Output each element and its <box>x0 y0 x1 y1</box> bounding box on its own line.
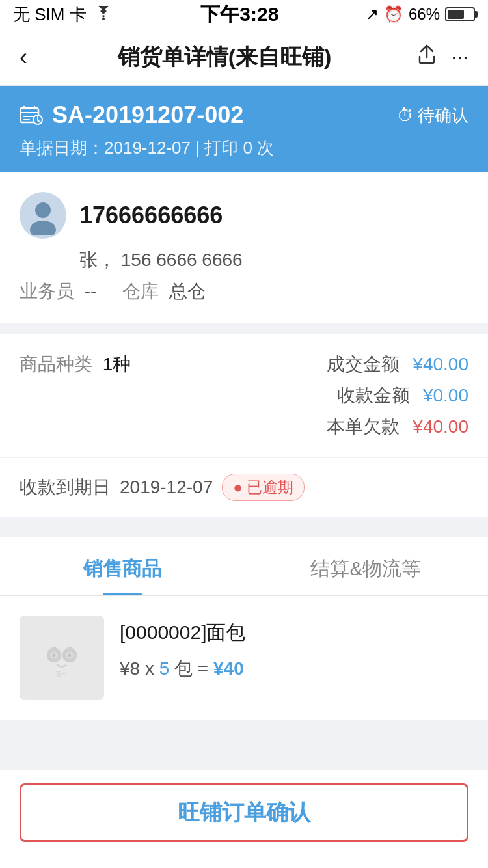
svg-point-10 <box>68 654 72 657</box>
status-right: ↗ ⏰ 66% <box>366 5 475 23</box>
more-icon[interactable]: ··· <box>451 45 468 69</box>
location-icon: ↗ <box>366 5 379 23</box>
amount-deal: 成交金额 ¥40.00 <box>327 352 468 377</box>
navbar-actions: ··· <box>390 44 468 71</box>
alarm-icon: ⏰ <box>384 5 403 23</box>
customer-avatar <box>20 192 66 239</box>
status-text: 待确认 <box>418 104 468 127</box>
customer-meta: 业务员 -- 仓库 总仓 <box>20 279 468 304</box>
confirm-button-wrap: 旺铺订单确认 <box>0 770 488 868</box>
sales-item: 业务员 -- <box>20 279 96 304</box>
wifi-icon <box>93 5 114 25</box>
svg-point-0 <box>102 18 105 20</box>
product-thumbnail: 管+ <box>20 616 104 700</box>
order-header: SA-20191207-002 ⏱ 待确认 单据日期：2019-12-07 | … <box>0 86 488 172</box>
order-id-text: SA-20191207-002 <box>52 102 243 129</box>
status-left: 无 SIM 卡 <box>13 3 114 26</box>
product-price: ¥8 x 5 包 = ¥40 <box>120 657 468 681</box>
tab-settle-logistics[interactable]: 结算&物流等 <box>244 537 488 595</box>
amounts-section: 商品种类 1种 成交金额 ¥40.00 收款金额 ¥0.00 本单欠款 ¥40.… <box>0 334 488 457</box>
battery-percent: 66% <box>409 5 440 23</box>
due-date-section: 收款到期日 2019-12-07 ● 已逾期 <box>0 457 488 517</box>
warehouse-item: 仓库 总仓 <box>122 279 206 304</box>
order-status: ⏱ 待确认 <box>397 104 468 127</box>
status-time: 下午3:28 <box>200 1 278 28</box>
goods-type: 商品种类 1种 <box>20 352 131 377</box>
overdue-dot-icon: ● <box>233 478 243 496</box>
carrier-label: 无 SIM 卡 <box>13 3 87 26</box>
product-info: [0000002]面包 ¥8 x 5 包 = ¥40 <box>120 616 468 681</box>
customer-phone: 17666666666 <box>79 202 223 229</box>
divider-1 <box>0 323 488 334</box>
order-date: 单据日期：2019-12-07 | 打印 0 次 <box>20 137 468 159</box>
product-name: [0000002]面包 <box>120 619 468 646</box>
tab-sales-goods[interactable]: 销售商品 <box>0 537 244 595</box>
status-clock-icon: ⏱ <box>397 105 414 126</box>
svg-text:管+: 管+ <box>55 670 66 677</box>
divider-2 <box>0 517 488 527</box>
battery-icon <box>445 7 475 21</box>
amount-received: 收款金额 ¥0.00 <box>337 383 468 408</box>
overdue-badge: ● 已逾期 <box>222 474 305 501</box>
back-button[interactable]: ‹ <box>20 44 59 71</box>
svg-point-4 <box>30 221 56 235</box>
order-id: SA-20191207-002 <box>20 102 243 129</box>
navbar: ‹ 销货单详情(来自旺铺) ··· <box>0 29 488 86</box>
svg-point-9 <box>53 654 56 657</box>
status-bar: 无 SIM 卡 下午3:28 ↗ ⏰ 66% <box>0 0 488 29</box>
product-section: 管+ [0000002]面包 ¥8 x 5 包 = ¥40 <box>0 596 488 720</box>
product-item: 管+ [0000002]面包 ¥8 x 5 包 = ¥40 <box>20 616 468 700</box>
confirm-order-button[interactable]: 旺铺订单确认 <box>20 783 468 842</box>
amount-owed: 本单欠款 ¥40.00 <box>327 414 468 439</box>
share-icon[interactable] <box>416 44 438 71</box>
customer-section: 17666666666 张， 156 6666 6666 业务员 -- 仓库 总… <box>0 172 488 323</box>
customer-name: 张， 156 6666 6666 <box>79 248 468 273</box>
page-title: 销货单详情(来自旺铺) <box>59 42 390 72</box>
amounts-list: 成交金额 ¥40.00 收款金额 ¥0.00 本单欠款 ¥40.00 <box>327 352 468 439</box>
svg-point-3 <box>35 202 51 218</box>
tabs-section: 销售商品 结算&物流等 <box>0 537 488 596</box>
